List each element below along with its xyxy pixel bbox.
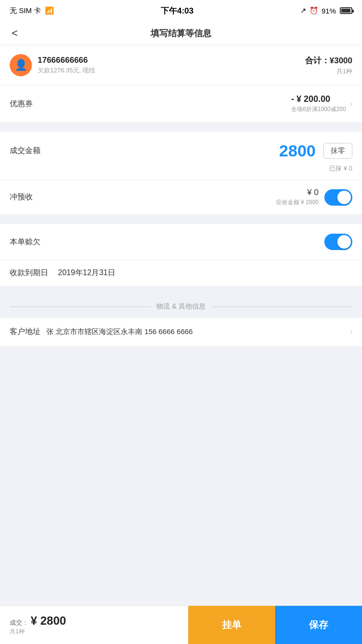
status-time: 下午4:03 <box>161 5 194 16</box>
rush-prepay-label: 冲预收 <box>10 192 33 202</box>
coupon-value-block: - ¥ 200.00 全场6折满1000减200 <box>291 94 346 113</box>
rush-sub: 应收金额 ¥ 2800 <box>276 198 319 207</box>
user-info-card: 👤 17666666666 欠款1276.35元, 现结 合计：¥3000 共1… <box>0 45 362 122</box>
address-chevron-icon: › <box>350 327 352 336</box>
avatar: 👤 <box>10 54 32 76</box>
chevron-right-icon: › <box>350 99 352 108</box>
coupon-label: 优惠券 <box>10 99 33 109</box>
divider-line-right <box>211 307 352 307</box>
total-count: 共1种 <box>305 67 352 76</box>
user-left: 👤 17666666666 欠款1276.35元, 现结 <box>10 54 95 76</box>
deal-amount-value: 2800 <box>279 141 316 160</box>
section-gap-1 <box>0 127 362 132</box>
address-content: 张 北京市市辖区海淀区永丰南 156 6666 6666 <box>41 326 350 337</box>
logistics-label: 物流 & 其他信息 <box>156 302 205 311</box>
due-date-label: 收款到期日 <box>10 268 48 278</box>
footer: 成交： ¥ 2800 共1种 挂单 保存 <box>0 605 362 644</box>
status-left: 无 SIM 卡 📶 <box>10 6 54 15</box>
divider-line-left <box>10 307 151 307</box>
deal-amount-label: 成交金额 <box>10 146 41 156</box>
logistics-divider: 物流 & 其他信息 <box>0 295 362 318</box>
coupon-desc: 全场6折满1000减200 <box>291 105 346 113</box>
deal-amount-card: 成交金额 2800 抹零 已抹 ¥ 0 冲预收 ¥ 0 应收金额 ¥ 2800 <box>0 132 362 214</box>
own-debt-card: 本单赊欠 收款到期日 2019年12月31日 <box>0 224 362 286</box>
footer-deal-row: 成交： ¥ 2800 <box>10 614 179 628</box>
user-subtitle: 欠款1276.35元, 现结 <box>38 66 95 75</box>
back-button[interactable]: < <box>8 23 22 43</box>
clock-icon: ⏰ <box>309 6 319 15</box>
footer-deal-label: 成交： <box>10 619 28 626</box>
address-label: 客户地址 <box>10 327 41 337</box>
nav-bar: < 填写结算等信息 <box>0 21 362 45</box>
battery-icon <box>340 7 352 14</box>
wifi-icon: 📶 <box>45 6 54 15</box>
rush-value-block: ¥ 0 应收金额 ¥ 2800 <box>276 188 319 207</box>
no-sim-text: 无 SIM 卡 <box>10 6 41 15</box>
user-phone: 17666666666 <box>38 56 95 65</box>
footer-left: 成交： ¥ 2800 共1种 <box>0 614 188 636</box>
deal-right: 2800 抹零 <box>279 141 352 160</box>
save-button[interactable]: 保存 <box>275 606 362 644</box>
pending-button[interactable]: 挂单 <box>188 606 275 644</box>
status-bar: 无 SIM 卡 📶 下午4:03 ↗ ⏰ 91% <box>0 0 362 21</box>
own-debt-label: 本单赊欠 <box>10 237 41 247</box>
own-debt-toggle[interactable] <box>324 234 352 250</box>
own-debt-toggle-knob <box>337 235 351 249</box>
location-icon: ↗ <box>300 6 306 15</box>
deal-row: 成交金额 2800 抹零 <box>0 132 362 164</box>
deal-sub: 已抹 ¥ 0 <box>0 164 362 180</box>
section-gap-2 <box>0 219 362 224</box>
section-gap-3 <box>0 291 362 295</box>
due-date-row: 收款到期日 2019年12月31日 <box>0 260 362 286</box>
due-date-value: 2019年12月31日 <box>58 268 115 278</box>
user-row: 👤 17666666666 欠款1276.35元, 现结 合计：¥3000 共1… <box>0 45 362 85</box>
round-button[interactable]: 抹零 <box>323 143 352 159</box>
user-right: 合计：¥3000 共1种 <box>305 55 352 76</box>
gray-area <box>0 351 362 448</box>
footer-count: 共1种 <box>10 628 179 636</box>
status-right: ↗ ⏰ 91% <box>300 6 352 15</box>
coupon-row[interactable]: 优惠券 - ¥ 200.00 全场6折满1000减200 › <box>0 85 362 122</box>
coupon-discount: - ¥ 200.00 <box>291 94 346 104</box>
toggle-knob <box>337 191 351 204</box>
rush-prepay-toggle[interactable] <box>324 189 352 206</box>
address-row[interactable]: 客户地址 张 北京市市辖区海淀区永丰南 156 6666 6666 › <box>0 318 362 346</box>
address-card: 客户地址 张 北京市市辖区海淀区永丰南 156 6666 6666 › <box>0 318 362 346</box>
user-details: 17666666666 欠款1276.35元, 现结 <box>38 56 95 75</box>
total-amount: 合计：¥3000 <box>305 55 352 66</box>
coupon-right: - ¥ 200.00 全场6折满1000减200 › <box>291 94 352 113</box>
content: 👤 17666666666 欠款1276.35元, 现结 合计：¥3000 共1… <box>0 45 362 491</box>
rush-right: ¥ 0 应收金额 ¥ 2800 <box>276 188 352 207</box>
footer-amount: ¥ 2800 <box>30 614 66 627</box>
page-title: 填写结算等信息 <box>151 28 211 39</box>
own-debt-row: 本单赊欠 <box>0 224 362 260</box>
rush-amount: ¥ 0 <box>276 188 319 197</box>
rush-prepay-row: 冲预收 ¥ 0 应收金额 ¥ 2800 <box>0 180 362 214</box>
battery-percent: 91% <box>321 7 336 15</box>
